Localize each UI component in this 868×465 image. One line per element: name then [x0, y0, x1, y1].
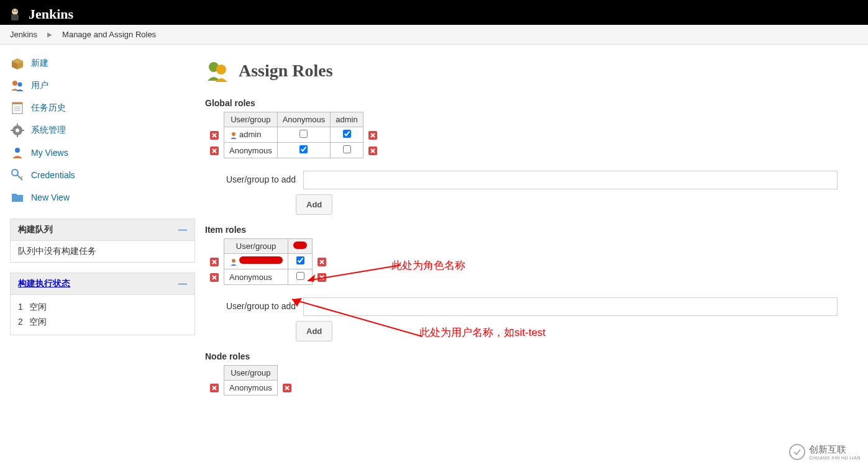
- sidebar-item-my-views[interactable]: My Views: [10, 142, 195, 164]
- svg-rect-16: [22, 130, 24, 131]
- checkbox-anonymous[interactable]: [299, 130, 308, 138]
- delete-icon[interactable]: [210, 273, 219, 282]
- jenkins-logo-icon: [7, 7, 22, 22]
- col-user-group: User/group: [224, 112, 278, 127]
- sidebar: 新建 用户 任务历史 系统管理 My Views Credentials New…: [0, 45, 205, 422]
- row-name: Anonymous: [229, 146, 272, 155]
- executor-status: 空闲: [29, 317, 47, 328]
- sidebar-item-new-view[interactable]: New View: [10, 186, 195, 209]
- svg-rect-14: [17, 135, 18, 137]
- svg-point-17: [15, 148, 20, 153]
- checkbox-admin[interactable]: [343, 145, 351, 153]
- row-name: admin: [239, 130, 261, 139]
- table-row: Anonymous: [205, 381, 296, 395]
- svg-point-29: [232, 259, 235, 263]
- svg-point-5: [18, 83, 22, 87]
- build-queue-panel: 构建队列 — 队列中没有构建任务: [10, 219, 195, 263]
- build-exec-title[interactable]: 构建执行状态: [18, 278, 70, 289]
- build-exec-panel: 构建执行状态 — 1 空闲 2 空闲: [10, 273, 195, 335]
- row-name: Anonymous: [229, 273, 272, 282]
- gear-icon: [10, 123, 25, 138]
- col-user-group: User/group: [224, 366, 278, 381]
- collapse-icon[interactable]: —: [178, 279, 187, 289]
- sidebar-item-label: 用户: [31, 80, 48, 91]
- row-name: Anonymous: [229, 383, 272, 392]
- header-title: Jenkins: [29, 6, 73, 22]
- checkbox-anonymous[interactable]: [299, 145, 308, 153]
- sidebar-item-label: My Views: [31, 148, 68, 158]
- svg-point-4: [12, 81, 17, 86]
- checkbox-role[interactable]: [296, 256, 304, 264]
- sidebar-item-users[interactable]: 用户: [10, 74, 195, 97]
- svg-rect-7: [12, 102, 22, 104]
- users-icon: [10, 78, 25, 93]
- global-add-button[interactable]: Add: [296, 194, 332, 215]
- sidebar-item-history[interactable]: 任务历史: [10, 97, 195, 119]
- svg-rect-1: [11, 14, 19, 20]
- svg-point-22: [216, 65, 226, 74]
- folder-icon: [10, 190, 25, 205]
- svg-point-24: [232, 132, 235, 136]
- annotation-user-name: 此处为用户名称，如sit-test: [419, 325, 546, 340]
- sidebar-item-label: 任务历史: [31, 102, 66, 114]
- delete-icon[interactable]: [210, 384, 219, 392]
- breadcrumb-separator-icon: ▶: [47, 31, 52, 38]
- global-add-input[interactable]: [303, 171, 838, 189]
- svg-rect-13: [17, 124, 18, 126]
- delete-icon[interactable]: [318, 258, 326, 266]
- delete-icon[interactable]: [210, 131, 219, 140]
- item-roles-title: Item roles: [205, 225, 858, 235]
- sidebar-item-manage[interactable]: 系统管理: [10, 119, 195, 142]
- header-bar: Jenkins: [0, 0, 868, 25]
- user-icon: [10, 145, 25, 160]
- main-content: Assign Roles Global roles User/group Ano…: [205, 45, 868, 422]
- svg-point-3: [16, 11, 17, 12]
- person-icon: [229, 258, 238, 266]
- svg-point-12: [16, 129, 19, 132]
- build-queue-empty: 队列中没有构建任务: [18, 246, 96, 256]
- global-roles-title: Global roles: [205, 98, 858, 108]
- executor-num: 2: [18, 317, 23, 328]
- node-roles-title: Node roles: [205, 351, 858, 361]
- add-label: User/group to add: [222, 297, 296, 311]
- table-row: admin: [205, 127, 382, 143]
- delete-icon[interactable]: [318, 273, 326, 282]
- col-role: [288, 239, 313, 254]
- assign-roles-icon: [205, 58, 230, 83]
- breadcrumb-jenkins[interactable]: Jenkins: [10, 30, 37, 39]
- node-roles-table: User/group Anonymous: [205, 365, 296, 395]
- sidebar-item-label: 系统管理: [31, 125, 66, 136]
- sidebar-item-label: New View: [31, 192, 70, 202]
- checkbox-admin[interactable]: [343, 130, 351, 138]
- delete-icon[interactable]: [368, 131, 377, 140]
- item-add-input[interactable]: [303, 297, 838, 316]
- col-admin: admin: [331, 112, 363, 127]
- delete-icon[interactable]: [210, 258, 219, 266]
- sidebar-item-label: Credentials: [31, 170, 75, 180]
- key-icon: [10, 168, 25, 183]
- item-roles-table: User/group Anonymous: [205, 238, 331, 285]
- delete-icon[interactable]: [210, 147, 219, 155]
- breadcrumb-manage-roles[interactable]: Manage and Assign Roles: [62, 30, 156, 39]
- redacted-user-name: [239, 256, 283, 264]
- item-add-button[interactable]: Add: [296, 321, 332, 341]
- sidebar-item-new[interactable]: 新建: [10, 52, 195, 74]
- executor-status: 空闲: [29, 302, 47, 313]
- delete-icon[interactable]: [283, 384, 291, 392]
- sidebar-item-credentials[interactable]: Credentials: [10, 164, 195, 186]
- table-row: [205, 254, 331, 269]
- col-user-group: User/group: [224, 239, 288, 254]
- executor-row: 1 空闲: [18, 300, 187, 315]
- collapse-icon[interactable]: —: [178, 225, 187, 235]
- redacted-role-name: [293, 242, 307, 249]
- table-row: Anonymous: [205, 269, 331, 285]
- col-anonymous: Anonymous: [277, 112, 331, 127]
- person-icon: [229, 131, 238, 140]
- checkbox-role[interactable]: [296, 272, 304, 280]
- svg-point-2: [13, 11, 14, 12]
- delete-icon[interactable]: [368, 147, 377, 155]
- executor-num: 1: [18, 302, 23, 313]
- annotation-role-name: 此处为角色名称: [391, 258, 465, 273]
- svg-line-20: [21, 176, 22, 178]
- sidebar-item-label: 新建: [31, 58, 48, 69]
